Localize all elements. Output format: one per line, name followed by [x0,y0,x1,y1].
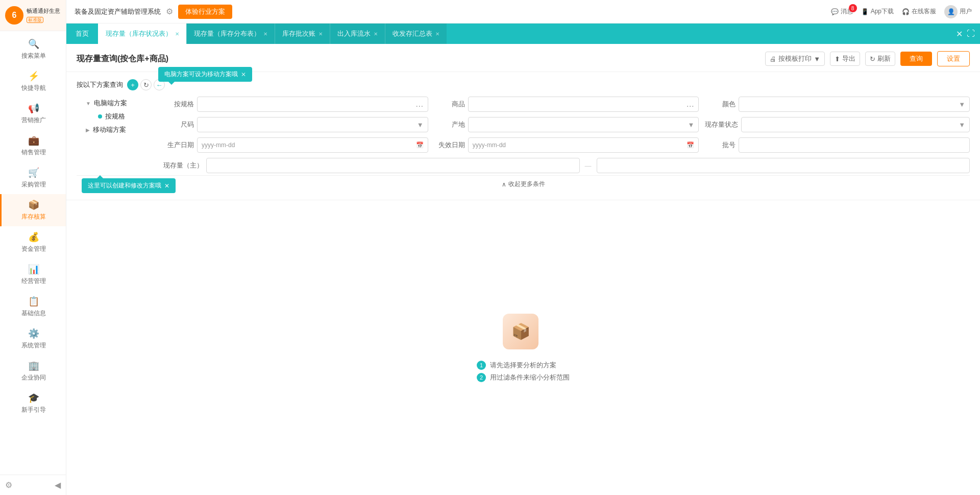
message-badge: 8 [849,4,857,12]
color-select[interactable]: ▼ [739,97,970,112]
service-item[interactable]: 🎧 在线客服 [902,7,936,16]
app-download-item[interactable]: 📱 App下载 [861,7,894,16]
stock-status-select[interactable]: ▼ [741,117,970,132]
tooltip1-close[interactable]: ✕ [241,71,246,78]
message-icon-item[interactable]: 💬 消息 8 [831,7,853,16]
sidebar-item-finance-label: 资金管理 [21,245,46,253]
field-batch: 批号 [705,137,970,153]
origin-select[interactable]: ▼ [468,117,699,132]
sidebar-item-sales-label: 销售管理 [21,148,46,157]
refresh-btn[interactable]: ↻ 刷新 [865,52,895,66]
print-btn[interactable]: 🖨 按模板打印 ▼ [765,52,825,66]
expiry-date-start[interactable]: yyyy-mm-dd 📅 [468,137,699,153]
tab-inventory-status[interactable]: 现存量（库存状况表） ✕ [98,23,186,44]
filter-body: ▼ 电脑端方案 按规格 ▶ 移动端方案 [77,97,970,173]
scheme-pc[interactable]: ▼ 电脑端方案 [82,97,158,110]
close-all-tabs-icon[interactable]: ✕ [955,28,964,40]
batch-label: 批号 [705,140,736,150]
product-select[interactable]: … [468,97,699,112]
tab-collect[interactable]: 收发存汇总表 ✕ [385,23,447,44]
enterprise-icon: 🏢 [28,360,39,371]
field-stock-status: 现存量状态 ▼ [705,117,970,132]
field-color: 颜色 ▼ [705,97,970,112]
fullscreen-icon[interactable]: ⛶ [966,28,976,39]
product-dots[interactable]: … [686,100,694,109]
filter-row-4: 现存量（主） — [163,158,970,173]
tab-batch[interactable]: 库存批次账 ✕ [275,23,330,44]
tab-home[interactable]: 首页 [66,23,98,44]
system-gear-icon[interactable]: ⚙ [166,7,173,16]
sidebar-item-purchase-label: 采购管理 [21,180,46,189]
topbar-right: 💬 消息 8 📱 App下载 🎧 在线客服 👤 用户 [831,5,972,18]
sidebar-item-guide[interactable]: 🎓 新手引导 [0,387,66,419]
sales-icon: 💼 [28,135,39,146]
sidebar-item-marketing[interactable]: 📢 营销推广 [0,98,66,130]
logo-title: 畅通通好生意 [27,7,60,15]
size-label: 尺码 [163,120,194,129]
set-btn-top[interactable]: 设置 [937,51,970,66]
calendar-icon-2[interactable]: 📅 [687,142,694,149]
user-item[interactable]: 👤 用户 [944,5,972,18]
settings-bottom-icon[interactable]: ⚙ [5,480,12,490]
refresh-scheme-btn[interactable]: ↻ [140,79,152,90]
sidebar-item-sales[interactable]: 💼 销售管理 [0,130,66,162]
step-circle-1: 1 [477,361,486,370]
tooltip-create-scheme: 这里可以创建和修改方案哦 ✕ [82,178,176,193]
sidebar-item-enterprise[interactable]: 🏢 企业协同 [0,355,66,387]
scheme-pc-children: 按规格 [82,110,158,123]
size-dropdown-icon: ▼ [417,121,424,129]
quick-icon: ⚡ [28,70,39,82]
sidebar-bottom: ⚙ ◀ [0,475,66,495]
stock-qty-min[interactable] [206,158,580,173]
logo-text-area: 畅通通好生意 标准版 [27,7,60,23]
tab-inventory-dist[interactable]: 现存量（库存分布表） ✕ [186,23,275,44]
sidebar-item-finance[interactable]: 💰 资金管理 [0,226,66,258]
sidebar-item-inventory-label: 库存核算 [21,213,46,221]
scheme-pc-child-1[interactable]: 按规格 [94,110,158,123]
warehouse-label: 按规格 [163,100,194,109]
sidebar-item-system[interactable]: ⚙️ 系统管理 [0,323,66,355]
search-icon: 🔍 [28,38,39,50]
calendar-icon-1[interactable]: 📅 [416,142,424,149]
batch-input[interactable] [739,137,970,153]
tooltip2-close[interactable]: ✕ [164,182,169,190]
search-btn-top[interactable]: 查询 [900,52,932,66]
step-circle-2: 2 [477,373,486,382]
tooltip-pc-scheme: 电脑方案可设为移动方案哦 ✕ [158,67,252,82]
tab-inout[interactable]: 出入库流水 ✕ [330,23,385,44]
add-scheme-btn[interactable]: + [127,79,138,90]
tab-close-inventory-dist[interactable]: ✕ [263,31,267,37]
sidebar-item-quick[interactable]: ⚡ 快捷导航 [0,65,66,98]
filter-row-1: 按规格 … 商品 … [163,97,970,112]
collapse-btn[interactable]: ∧ 收起更多条件 [502,180,545,188]
production-date-start[interactable]: yyyy-mm-dd 📅 [197,137,428,153]
basic-icon: 📋 [28,296,39,307]
sidebar-item-search[interactable]: 🔍 搜索菜单 [0,33,66,65]
tab-close-inout[interactable]: ✕ [374,31,378,37]
sidebar-item-operations[interactable]: 📊 经营管理 [0,258,66,291]
operations-icon: 📊 [28,264,39,275]
sidebar-item-inventory[interactable]: 📦 库存核算 [0,194,66,226]
scheme-mobile[interactable]: ▶ 移动端方案 [82,123,158,136]
tab-close-batch[interactable]: ✕ [318,31,323,37]
export-btn[interactable]: ⬆ 导出 [830,52,860,66]
warehouse-dots[interactable]: … [415,100,424,109]
guide-icon: 🎓 [28,392,39,404]
refresh-icon: ↻ [870,55,875,63]
page-title: 现存量查询(按仓库+商品) [77,54,168,64]
origin-dropdown-icon: ▼ [688,121,694,129]
collapse-sidebar-icon[interactable]: ◀ [55,480,61,490]
tab-close-inventory-status[interactable]: ✕ [175,31,179,37]
service-icon: 🎧 [902,8,910,15]
sidebar-nav: 🔍 搜索菜单 ⚡ 快捷导航 📢 营销推广 💼 销售管理 🛒 采购管理 📦 库存核… [0,31,66,475]
sidebar-item-basic[interactable]: 📋 基础信息 [0,291,66,323]
sidebar-item-marketing-label: 营销推广 [21,116,46,125]
size-select[interactable]: ▼ [197,117,428,132]
trial-btn[interactable]: 体验行业方案 [178,5,232,19]
warehouse-select[interactable]: … [197,97,428,112]
field-warehouse: 按规格 … [163,97,428,112]
stock-qty-max[interactable] [597,158,970,173]
sidebar-item-purchase[interactable]: 🛒 采购管理 [0,162,66,194]
empty-state: 📦 1 请先选择要分析的方案 2 用过滤条件来缩小分析范围 [66,200,980,495]
tab-close-collect[interactable]: ✕ [435,31,439,37]
